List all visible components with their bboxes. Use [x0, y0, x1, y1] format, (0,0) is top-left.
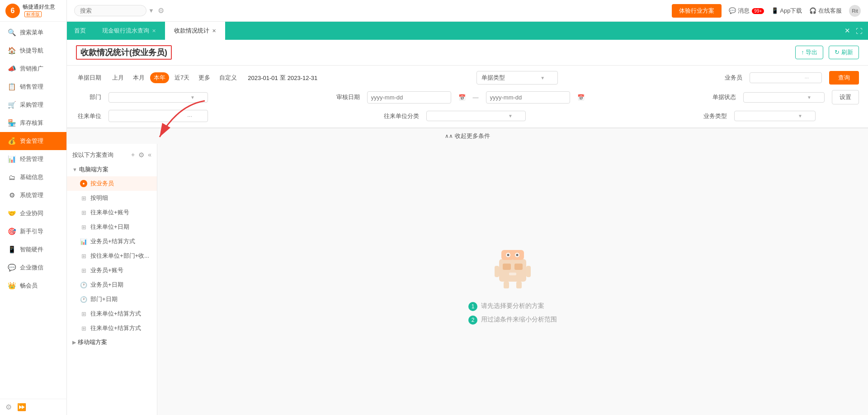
sidebar-item-enterprise[interactable]: 🤝 企业协同 [0, 204, 66, 222]
panel-collapse-icon[interactable]: « [148, 151, 151, 159]
date-tab-custom[interactable]: 自定义 [216, 72, 241, 83]
sidebar-item-operations[interactable]: 📊 经营管理 [0, 150, 66, 168]
counterpart-select[interactable]: ··· [108, 110, 208, 122]
sidebar-item-wechat[interactable]: 💬 企业微信 [0, 259, 66, 277]
tab-home[interactable]: 首页 [67, 22, 93, 40]
scheme-by-salesperson[interactable]: ● 按业务员 [67, 176, 157, 191]
filter-area: 单据日期 上月 本月 本年 近7天 更多 自定义 2023-01-01 至 20… [67, 66, 868, 128]
date-tab-this-year[interactable]: 本年 [150, 72, 169, 83]
scheme-counterpart-settlement1-label: 往来单位+结算方式 [90, 310, 141, 318]
date-tab-last-month[interactable]: 上月 [108, 72, 127, 83]
search-icon: 🔍 [7, 28, 16, 37]
doc-status-select[interactable]: ▼ [743, 92, 825, 103]
biz-type-label: 业务类型 [702, 112, 727, 120]
scheme-by-detail[interactable]: ⊞ 按明细 [67, 191, 157, 205]
sidebar-item-search[interactable]: 🔍 搜索菜单 [0, 24, 66, 42]
home-icon: 🏠 [7, 46, 16, 55]
topbar-actions: 体验行业方案 💬 消息 99+ 📱 App下载 🎧 在线客服 Rit [672, 4, 861, 18]
scheme-counterpart-date[interactable]: ⊞ 往来单位+日期 [67, 220, 157, 234]
date-tab-more[interactable]: 更多 [195, 72, 214, 83]
date-tab-7days[interactable]: 近7天 [171, 72, 193, 83]
finance-icon: 💰 [7, 137, 16, 146]
tab-home-label: 首页 [74, 27, 86, 35]
topbar-search-input[interactable] [74, 5, 146, 16]
panel-settings-icon[interactable]: ⚙ [138, 151, 144, 159]
set-button[interactable]: 设置 [832, 90, 859, 104]
scheme-counterpart-dept-icon: ⊞ [80, 252, 88, 260]
topbar-search-dropdown-icon[interactable]: ▼ [148, 7, 154, 14]
sidebar-item-system[interactable]: ⚙ 系统管理 [0, 186, 66, 204]
scheme-dept-date[interactable]: 🕐 部门+日期 [67, 292, 157, 307]
sidebar-item-sales[interactable]: 📋 销售管理 [0, 78, 66, 96]
topbar-settings-icon[interactable]: ⚙ [158, 6, 164, 15]
wechat-icon: 💬 [7, 263, 16, 272]
scheme-counterpart-date-icon: ⊞ [80, 223, 88, 231]
app-download-btn[interactable]: 📱 App下载 [771, 7, 802, 15]
audit-date-to-input[interactable] [486, 91, 570, 104]
refresh-button[interactable]: ↻ 刷新 [829, 46, 859, 59]
collapse-sidebar-icon[interactable]: ⏩ [17, 403, 26, 411]
tab-receipt-close-icon[interactable]: ✕ [212, 28, 216, 34]
filter-row-dept: 部门 ▼ 审核日期 📅 — 📅 单据状态 ▼ 设置 [76, 90, 859, 104]
salesperson-more-icon[interactable]: ··· [805, 75, 809, 80]
content-body: 按以下方案查询 + ⚙ « ▼ 电脑端方案 ● 按业务员 [67, 144, 868, 415]
sidebar-item-hardware[interactable]: 📱 智能硬件 [0, 241, 66, 259]
svg-rect-6 [516, 282, 522, 288]
date-from: 2023-01-01 [248, 75, 278, 81]
salesperson-select[interactable]: ··· [750, 72, 822, 83]
user-avatar[interactable]: Rit [849, 5, 861, 17]
topbar-icon-group: 💬 消息 99+ 📱 App下载 🎧 在线客服 Rit [729, 5, 861, 17]
tab-bank[interactable]: 现金银行流水查询 ✕ [93, 22, 165, 40]
message-badge: 99+ [752, 8, 764, 14]
refresh-icon: ↻ [835, 49, 840, 56]
collapse-chevron-icon: ∧∧ [445, 133, 453, 139]
tree-group-mobile-header[interactable]: ▶ 移动端方案 [67, 335, 157, 349]
panel-add-icon[interactable]: + [131, 151, 135, 159]
guide-icon: 🎯 [7, 227, 16, 236]
tab-close-all-icon[interactable]: ✕ [844, 27, 850, 35]
tab-maximize-icon[interactable]: ⛶ [856, 27, 863, 35]
counterpart-class-select[interactable]: ▼ [426, 111, 526, 121]
dept-select[interactable]: ▼ [108, 92, 208, 103]
message-icon[interactable]: 💬 消息 99+ [729, 7, 764, 15]
audit-date-to-calendar-icon[interactable]: 📅 [577, 94, 585, 101]
sidebar-item-label: 新手引导 [20, 227, 43, 236]
scheme-counterpart-dept-receipt[interactable]: ⊞ 按往来单位+部门+收... [67, 249, 157, 263]
demo-button[interactable]: 体验行业方案 [672, 4, 722, 18]
tree-group-desktop: ▼ 电脑端方案 ● 按业务员 ⊞ 按明细 ⊞ [67, 163, 157, 335]
tree-group-mobile-label: 移动端方案 [78, 338, 107, 346]
sidebar-item-inventory[interactable]: 🏪 库存核算 [0, 114, 66, 132]
biz-type-select[interactable]: ▼ [734, 111, 816, 121]
sidebar-item-label: 库存核算 [20, 119, 43, 127]
sidebar-item-member[interactable]: 👑 畅会员 [0, 277, 66, 295]
dept-label: 部门 [76, 93, 101, 101]
date-tab-this-month[interactable]: 本月 [129, 72, 148, 83]
export-icon: ↑ [801, 49, 804, 56]
export-button[interactable]: ↑ 导出 [795, 46, 823, 59]
scheme-salesperson-account[interactable]: ⊞ 业务员+账号 [67, 263, 157, 278]
scheme-salesperson-settlement[interactable]: 📊 业务员+结算方式 [67, 234, 157, 249]
audit-date-from-calendar-icon[interactable]: 📅 [458, 94, 466, 101]
scheme-detail-icon: ⊞ [80, 194, 88, 202]
sidebar-item-finance[interactable]: 💰 资金管理 [0, 132, 66, 150]
collapse-bar[interactable]: ∧∧ 收起更多条件 [67, 128, 868, 144]
sidebar-item-quicknav[interactable]: 🏠 快捷导航 [0, 42, 66, 60]
query-button[interactable]: 查询 [829, 71, 859, 85]
sidebar-item-purchase[interactable]: 🛒 采购管理 [0, 96, 66, 114]
online-service-btn[interactable]: 🎧 在线客服 [809, 7, 842, 15]
doc-type-select[interactable]: 单据类型 ▼ [476, 71, 558, 85]
scheme-counterpart-settlement1[interactable]: ⊞ 往来单位+结算方式 [67, 307, 157, 321]
audit-date-from-input[interactable] [367, 91, 451, 104]
sidebar-item-guide[interactable]: 🎯 新手引导 [0, 222, 66, 241]
scheme-counterpart-account[interactable]: ⊞ 往来单位+账号 [67, 205, 157, 220]
tree-group-desktop-header[interactable]: ▼ 电脑端方案 [67, 163, 157, 176]
scheme-counterpart-settlement2[interactable]: ⊞ 往来单位+结算方式 [67, 321, 157, 335]
topbar: ▼ ⚙ 体验行业方案 💬 消息 99+ 📱 App下载 🎧 在线客服 Rit [67, 0, 868, 22]
tab-receipt[interactable]: 收款情况统计 ✕ [165, 22, 225, 40]
scheme-salesperson-date[interactable]: 🕐 业务员+日期 [67, 278, 157, 292]
settings-bottom-icon[interactable]: ⚙ [5, 403, 12, 411]
sidebar-item-marketing[interactable]: 📣 营销推广 [0, 60, 66, 78]
tab-bank-close-icon[interactable]: ✕ [152, 28, 156, 34]
sidebar-item-basic[interactable]: 🗂 基础信息 [0, 168, 66, 186]
counterpart-more-icon[interactable]: ··· [184, 113, 195, 119]
